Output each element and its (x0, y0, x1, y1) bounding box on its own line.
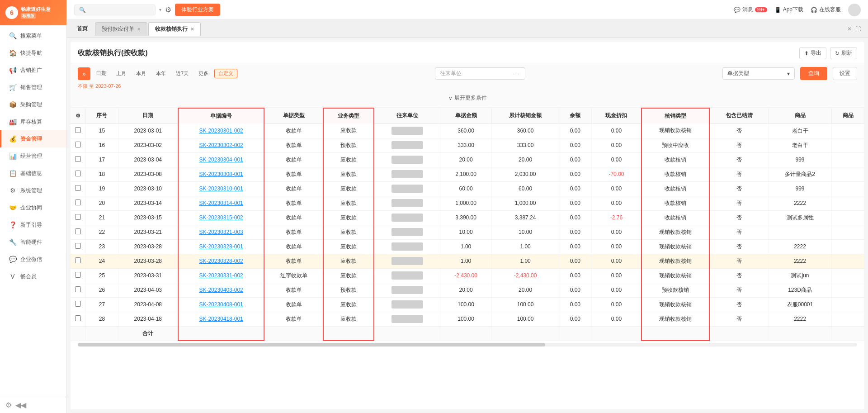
page-title: 收款核销执行(按收款) (78, 48, 148, 58)
expand-more-button[interactable]: ∨ 展开更多条件 (78, 92, 857, 104)
message-item[interactable]: 💬 消息 99+ (734, 6, 767, 14)
table-scrollbar-thumb[interactable] (78, 343, 545, 347)
avatar[interactable] (848, 4, 861, 16)
date-btn-more[interactable]: 更多 (194, 69, 212, 78)
cell-goods2-6 (832, 210, 864, 225)
cell-goods2-5 (832, 196, 864, 210)
date-btn-custom[interactable]: 自定义 (214, 69, 237, 78)
tab-close-all-icon[interactable]: ✕ (847, 26, 852, 32)
cell-verified-8: 1.00 (492, 239, 559, 254)
cell-doc-no-3[interactable]: SK-20230308-001 (178, 167, 264, 181)
sidebar-item-operation[interactable]: 📊 经营管理 (0, 147, 66, 165)
sidebar-item-basic[interactable]: 📋 基础信息 (0, 165, 66, 182)
cell-no-7: 22 (86, 225, 118, 239)
cell-doc-no-4[interactable]: SK-20230310-001 (178, 181, 264, 196)
filter-expand-button[interactable]: » (78, 67, 90, 80)
cell-checkbox-9[interactable] (71, 254, 86, 268)
export-button[interactable]: ⬆ 导出 (799, 47, 826, 59)
cell-checkbox-0[interactable] (71, 123, 86, 138)
th-included: 包含已结清 (709, 108, 768, 123)
solution-button[interactable]: 体验行业方案 (175, 4, 220, 16)
cell-goods2-7 (832, 225, 864, 239)
cell-checkbox-8[interactable] (71, 239, 86, 254)
cell-checkbox-2[interactable] (71, 152, 86, 167)
online-service-item[interactable]: 🎧 在线客服 (811, 6, 841, 14)
collapse-icon[interactable]: ◀◀ (15, 401, 26, 409)
tab-verify-close-icon[interactable]: ✕ (190, 27, 194, 32)
cell-verify-type-10: 现销收款核销 (642, 268, 709, 283)
cell-balance-3: 0.00 (559, 167, 591, 181)
cell-doc-no-8[interactable]: SK-20230328-001 (178, 239, 264, 254)
cell-doc-no-0[interactable]: SK-20230301-002 (178, 123, 264, 138)
cell-checkbox-7[interactable] (71, 225, 86, 239)
tab-prepay[interactable]: 预付款应付单 ✕ (95, 22, 147, 36)
sidebar-item-member[interactable]: V 畅会员 (0, 268, 66, 285)
tab-prepay-close-icon[interactable]: ✕ (137, 27, 141, 32)
cell-doc-no-5[interactable]: SK-20230314-001 (178, 196, 264, 210)
settings-icon[interactable]: ⚙ (5, 401, 12, 409)
th-doc-no: 单据编号 (178, 108, 264, 123)
date-btn-last-month[interactable]: 上月 (112, 69, 130, 78)
cell-doc-no-13[interactable]: SK-20230418-001 (178, 312, 264, 326)
sidebar-item-guide[interactable]: ❓ 新手引导 (0, 216, 66, 233)
date-btn-this-month[interactable]: 本月 (132, 69, 150, 78)
cell-goods-9: 2222 (768, 254, 831, 268)
cell-checkbox-5[interactable] (71, 196, 86, 210)
app-download-item[interactable]: 📱 App下载 (774, 6, 803, 14)
sidebar-label-purchase: 采购管理 (20, 101, 42, 109)
cell-doc-no-2[interactable]: SK-20230304-001 (178, 152, 264, 167)
cell-checkbox-11[interactable] (71, 283, 86, 297)
query-button[interactable]: 查询 (800, 67, 827, 80)
table-footer-row: 合计 (71, 326, 864, 341)
cell-goods-6: 测试多属性 (768, 210, 831, 225)
sidebar-item-shortcut[interactable]: 🏠 快捷导航 (0, 44, 66, 62)
cell-checkbox-6[interactable] (71, 210, 86, 225)
doc-type-filter[interactable]: 单据类型 ▾ (722, 67, 795, 80)
cell-party-6: ████ (374, 210, 440, 225)
tab-expand-icon[interactable]: ⛶ (855, 26, 861, 32)
cell-checkbox-13[interactable] (71, 312, 86, 326)
cell-goods-0: 老白干 (768, 123, 831, 138)
sidebar-item-purchase[interactable]: 📦 采购管理 (0, 96, 66, 113)
refresh-button[interactable]: ↻ 刷新 (830, 47, 857, 59)
cell-checkbox-4[interactable] (71, 181, 86, 196)
cell-doc-type-9: 收款单 (264, 254, 323, 268)
table-scrollbar[interactable] (78, 343, 857, 347)
cell-checkbox-12[interactable] (71, 297, 86, 312)
search-icon: 🔍 (9, 32, 17, 40)
sidebar-item-hardware[interactable]: 🔧 智能硬件 (0, 233, 66, 251)
cell-checkbox-10[interactable] (71, 268, 86, 283)
table-row: 22 2023-03-21 SK-20230321-003 收款单 应收款 ██… (71, 225, 864, 239)
cell-doc-no-12[interactable]: SK-20230408-001 (178, 297, 264, 312)
topbar-search[interactable]: 🔍 (74, 5, 156, 15)
app-subtitle: 标推版 (21, 13, 36, 19)
cell-doc-no-1[interactable]: SK-20230302-002 (178, 138, 264, 152)
party-filter[interactable]: 往来单位 ··· (435, 67, 525, 80)
sidebar-item-wechat[interactable]: 💬 企业微信 (0, 251, 66, 268)
cell-doc-type-12: 收款单 (264, 297, 323, 312)
cell-doc-no-6[interactable]: SK-20230315-002 (178, 210, 264, 225)
cell-doc-no-10[interactable]: SK-20230331-002 (178, 268, 264, 283)
sidebar-item-inventory[interactable]: 🏭 库存核算 (0, 113, 66, 130)
th-discount: 现金折扣 (591, 108, 642, 123)
cell-checkbox-3[interactable] (71, 167, 86, 181)
sidebar-item-sales[interactable]: 🛒 销售管理 (0, 79, 66, 96)
cell-checkbox-1[interactable] (71, 138, 86, 152)
topbar-settings-icon[interactable]: ⚙ (165, 5, 171, 14)
sidebar-item-system[interactable]: ⚙ 系统管理 (0, 182, 66, 199)
date-btn-this-year[interactable]: 本年 (152, 69, 170, 78)
cell-doc-no-9[interactable]: SK-20230328-002 (178, 254, 264, 268)
cell-doc-no-7[interactable]: SK-20230321-003 (178, 225, 264, 239)
tab-verify[interactable]: 收款核销执行 ✕ (148, 22, 201, 36)
dropdown-chevron-icon[interactable]: ▾ (159, 7, 161, 12)
date-btn-7days[interactable]: 近7天 (172, 69, 193, 78)
sidebar-item-finance[interactable]: 💰 资金管理 (0, 130, 66, 147)
tab-home[interactable]: 首页 (71, 22, 94, 35)
cell-doc-no-11[interactable]: SK-20230403-002 (178, 283, 264, 297)
filter-settings-button[interactable]: 设置 (833, 67, 857, 80)
cell-balance-9: 0.00 (559, 254, 591, 268)
sidebar-item-search[interactable]: 🔍 搜索菜单 (0, 27, 66, 44)
sidebar-item-marketing[interactable]: 📢 营销推广 (0, 62, 66, 79)
sidebar-item-enterprise[interactable]: 🤝 企业协同 (0, 199, 66, 216)
th-settings[interactable]: ⚙ (71, 108, 86, 123)
